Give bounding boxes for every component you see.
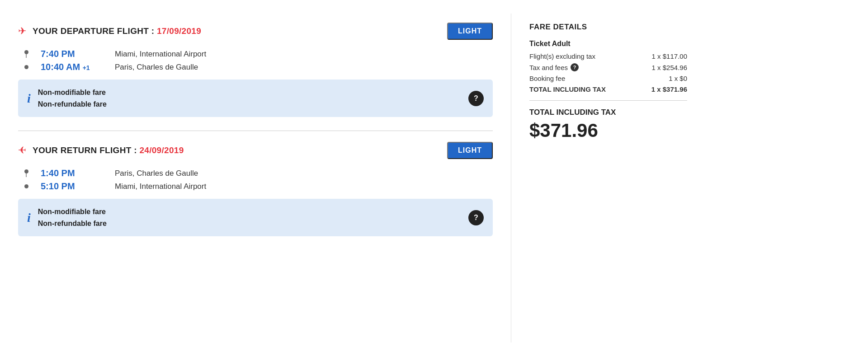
departure-flight-section: ✈ YOUR DEPARTURE FLIGHT : 17/09/2019 LIG… xyxy=(18,23,493,117)
departure-arrival-time-suffix: +1 xyxy=(83,64,90,71)
return-label: YOUR RETURN FLIGHT : xyxy=(33,145,139,155)
return-dot-container-2 xyxy=(23,184,30,188)
return-departure-time: 1:40 PM xyxy=(41,168,104,178)
departure-fare-line2: Non-refundable fare xyxy=(38,98,107,110)
fare-label-booking: Booking fee xyxy=(529,75,565,82)
departure-question-icon[interactable]: ? xyxy=(468,91,484,106)
fare-value-booking: 1 x $0 xyxy=(669,75,687,82)
departure-time-row: 7:40 PM Miami, International Airport xyxy=(23,49,493,59)
return-dot-line xyxy=(26,173,27,177)
return-info-icon: i xyxy=(27,211,31,224)
return-flight-header: ✈ YOUR RETURN FLIGHT : 24/09/2019 LIGHT xyxy=(18,142,493,159)
return-arrival-time: 5:10 PM xyxy=(41,181,75,191)
departure-fare-line1: Non-modifiable fare xyxy=(38,87,107,98)
return-flight-section: ✈ YOUR RETURN FLIGHT : 24/09/2019 LIGHT … xyxy=(18,142,493,236)
departure-dot-bottom xyxy=(24,65,28,69)
departure-info-icon: i xyxy=(27,92,31,105)
return-date: 24/09/2019 xyxy=(139,145,184,155)
return-dot-bottom xyxy=(24,184,28,188)
departure-info-box: i Non-modifiable fare Non-refundable far… xyxy=(18,80,493,117)
return-flight-title: YOUR RETURN FLIGHT : 24/09/2019 xyxy=(33,145,184,155)
departure-light-badge[interactable]: LIGHT xyxy=(447,23,493,40)
fare-row-booking: Booking fee 1 x $0 xyxy=(529,75,687,82)
return-fare-line2: Non-refundable fare xyxy=(38,218,107,230)
return-fare-info: Non-modifiable fare Non-refundable fare xyxy=(38,206,107,229)
fare-details-sidebar: FARE DETAILS Ticket Adult Flight(s) excl… xyxy=(511,14,705,342)
return-dot-top xyxy=(24,169,28,173)
return-dot-container xyxy=(23,169,30,177)
fare-label-tax-container: Tax and fees ? xyxy=(529,63,579,71)
departure-flight-title: YOUR DEPARTURE FLIGHT : 17/09/2019 xyxy=(33,26,201,36)
fare-details-title: FARE DETAILS xyxy=(529,23,687,32)
sidebar-divider xyxy=(529,100,687,101)
fare-value-tax: 1 x $254.96 xyxy=(652,64,687,71)
fare-row-total-incl: TOTAL INCLUDING TAX 1 x $371.96 xyxy=(529,85,687,93)
flight-divider xyxy=(18,131,493,131)
fare-value-total-incl: 1 x $371.96 xyxy=(651,85,687,93)
return-arrival-row: 5:10 PM Miami, International Airport xyxy=(23,181,493,192)
departure-dot-container xyxy=(23,50,30,58)
fare-row-tax: Tax and fees ? 1 x $254.96 xyxy=(529,63,687,71)
return-departure-location: Paris, Charles de Gaulle xyxy=(115,169,198,178)
fare-label-total-incl: TOTAL INCLUDING TAX xyxy=(529,85,606,93)
return-info-box: i Non-modifiable fare Non-refundable far… xyxy=(18,199,493,236)
fare-ticket-label: Ticket Adult xyxy=(529,40,687,48)
return-question-icon[interactable]: ? xyxy=(468,210,484,225)
fare-label-flight: Flight(s) excluding tax xyxy=(529,52,595,60)
departure-dot-line xyxy=(26,54,27,58)
departure-header-left: ✈ YOUR DEPARTURE FLIGHT : 17/09/2019 xyxy=(18,25,201,37)
return-light-badge[interactable]: LIGHT xyxy=(447,142,493,159)
departure-flight-header: ✈ YOUR DEPARTURE FLIGHT : 17/09/2019 LIG… xyxy=(18,23,493,40)
main-content: ✈ YOUR DEPARTURE FLIGHT : 17/09/2019 LIG… xyxy=(0,14,511,342)
departure-label: YOUR DEPARTURE FLIGHT : xyxy=(33,26,157,36)
fare-label-tax: Tax and fees xyxy=(529,64,568,71)
departure-times: 7:40 PM Miami, International Airport 10:… xyxy=(18,49,493,72)
total-amount: $371.96 xyxy=(529,120,687,141)
return-plane-icon: ✈ xyxy=(18,145,26,156)
departure-departure-time: 7:40 PM xyxy=(41,49,104,59)
return-arrival-location: Miami, International Airport xyxy=(115,182,206,191)
departure-dot-container-2 xyxy=(23,65,30,69)
departure-dot-top xyxy=(24,50,28,54)
return-time-row: 1:40 PM Paris, Charles de Gaulle xyxy=(23,168,493,178)
departure-info-box-left: i Non-modifiable fare Non-refundable far… xyxy=(27,87,107,110)
return-header-left: ✈ YOUR RETURN FLIGHT : 24/09/2019 xyxy=(18,145,184,156)
departure-arrival-row: 10:40 AM +1 Paris, Charles de Gaulle xyxy=(23,62,493,72)
return-times: 1:40 PM Paris, Charles de Gaulle 5:10 PM… xyxy=(18,168,493,192)
total-including-tax-label: TOTAL INCLUDING TAX xyxy=(529,108,687,117)
departure-arrival-time: 10:40 AM xyxy=(41,62,80,72)
fare-tax-question-icon[interactable]: ? xyxy=(571,63,579,71)
departure-departure-location: Miami, International Airport xyxy=(115,50,206,59)
return-fare-line1: Non-modifiable fare xyxy=(38,206,107,218)
departure-arrival-time-full: 10:40 AM +1 xyxy=(41,62,104,72)
departure-arrival-location: Paris, Charles de Gaulle xyxy=(115,63,198,72)
fare-row-flight: Flight(s) excluding tax 1 x $117.00 xyxy=(529,52,687,60)
fare-value-flight: 1 x $117.00 xyxy=(652,52,687,60)
departure-date: 17/09/2019 xyxy=(157,26,201,36)
departure-fare-info: Non-modifiable fare Non-refundable fare xyxy=(38,87,107,110)
return-info-box-left: i Non-modifiable fare Non-refundable far… xyxy=(27,206,107,229)
return-arrival-time-full: 5:10 PM xyxy=(41,181,104,192)
departure-plane-icon: ✈ xyxy=(18,25,26,37)
